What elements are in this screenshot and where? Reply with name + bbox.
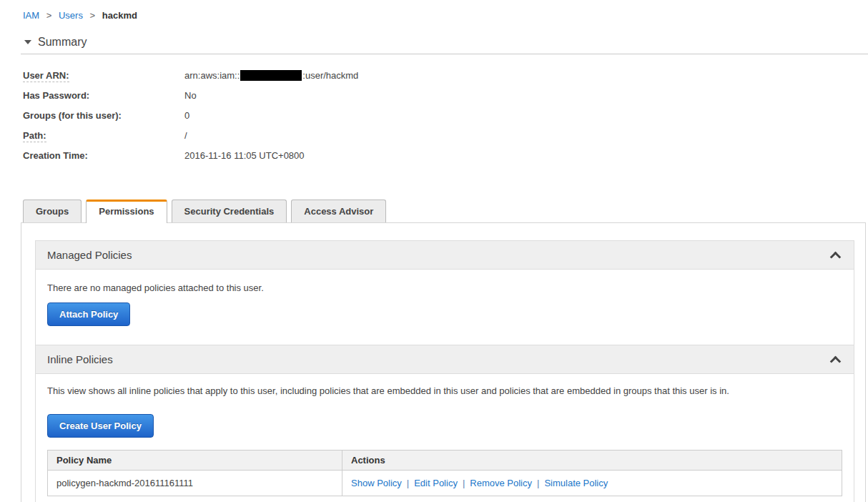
managed-policies-section: Managed Policies There are no managed po… <box>35 240 854 345</box>
breadcrumb: IAM > Users > hackmd <box>23 10 868 21</box>
redacted-account-id <box>240 70 302 81</box>
user-arn-label: User ARN: <box>23 70 69 82</box>
create-user-policy-button[interactable]: Create User Policy <box>47 414 154 438</box>
breadcrumb-current-user: hackmd <box>102 10 137 21</box>
policy-name-cell: policygen-hackmd-201611161111 <box>48 471 342 496</box>
managed-policies-header[interactable]: Managed Policies <box>36 241 854 270</box>
user-detail-tabs: Groups Permissions Security Credentials … <box>23 200 868 222</box>
field-path: Path: / <box>23 125 868 145</box>
creation-time-label: Creation Time: <box>23 150 88 161</box>
collapse-triangle-icon[interactable] <box>24 40 31 44</box>
summary-section-header[interactable]: Summary <box>24 36 868 49</box>
managed-policies-body: There are no managed policies attached t… <box>36 270 854 345</box>
summary-divider <box>21 54 868 54</box>
inline-policies-title: Inline Policies <box>47 353 113 365</box>
tab-access-advisor[interactable]: Access Advisor <box>291 200 386 222</box>
column-header-actions: Actions <box>342 451 842 471</box>
collapse-chevron-icon[interactable] <box>830 356 842 368</box>
managed-policies-empty-message: There are no managed policies attached t… <box>47 282 842 293</box>
column-header-policy-name: Policy Name <box>48 451 342 471</box>
has-password-label: Has Password: <box>23 90 89 101</box>
tab-groups[interactable]: Groups <box>23 200 82 222</box>
policy-actions-cell: Show Policy|Edit Policy|Remove Policy|Si… <box>342 471 842 496</box>
show-policy-link[interactable]: Show Policy <box>351 478 402 488</box>
field-user-arn: User ARN: arn:aws:iam:::user/hackmd <box>23 65 868 85</box>
creation-time-value: 2016-11-16 11:05 UTC+0800 <box>184 150 305 161</box>
attach-policy-button[interactable]: Attach Policy <box>47 302 130 326</box>
action-separator: | <box>537 478 539 488</box>
groups-count-label: Groups (for this user): <box>23 110 122 121</box>
collapse-chevron-icon[interactable] <box>830 252 842 263</box>
inline-policies-body: This view shows all inline policies that… <box>36 374 854 502</box>
table-header-row: Policy Name Actions <box>48 451 842 471</box>
groups-count-value: 0 <box>184 110 189 121</box>
field-has-password: Has Password: No <box>23 85 868 105</box>
managed-policies-title: Managed Policies <box>47 249 132 261</box>
inline-policies-header[interactable]: Inline Policies <box>36 345 854 374</box>
breadcrumb-separator: > <box>46 10 52 21</box>
breadcrumb-link-iam[interactable]: IAM <box>23 10 39 21</box>
path-value: / <box>184 130 187 141</box>
summary-fields: User ARN: arn:aws:iam:::user/hackmd Has … <box>23 65 868 165</box>
edit-policy-link[interactable]: Edit Policy <box>414 478 458 488</box>
table-row: policygen-hackmd-201611161111 Show Polic… <box>48 471 842 496</box>
arn-prefix: arn:aws:iam:: <box>184 70 240 81</box>
remove-policy-link[interactable]: Remove Policy <box>470 478 532 488</box>
tab-security-credentials[interactable]: Security Credentials <box>172 200 287 222</box>
action-separator: | <box>463 478 465 488</box>
permissions-tab-panel: Managed Policies There are no managed po… <box>21 222 866 502</box>
path-label: Path: <box>23 130 46 142</box>
inline-policies-description: This view shows all inline policies that… <box>47 385 842 396</box>
inline-policies-section: Inline Policies This view shows all inli… <box>35 345 854 502</box>
breadcrumb-link-users[interactable]: Users <box>59 10 83 21</box>
user-arn-value: arn:aws:iam:::user/hackmd <box>184 70 358 81</box>
breadcrumb-separator: > <box>90 10 96 21</box>
simulate-policy-link[interactable]: Simulate Policy <box>544 478 608 488</box>
field-groups-count: Groups (for this user): 0 <box>23 105 868 125</box>
has-password-value: No <box>184 90 197 101</box>
field-creation-time: Creation Time: 2016-11-16 11:05 UTC+0800 <box>23 145 868 165</box>
tab-permissions[interactable]: Permissions <box>86 200 167 223</box>
action-separator: | <box>407 478 409 488</box>
summary-title: Summary <box>38 36 87 49</box>
arn-suffix: :user/hackmd <box>302 70 358 81</box>
inline-policies-table: Policy Name Actions policygen-hackmd-201… <box>47 450 842 496</box>
